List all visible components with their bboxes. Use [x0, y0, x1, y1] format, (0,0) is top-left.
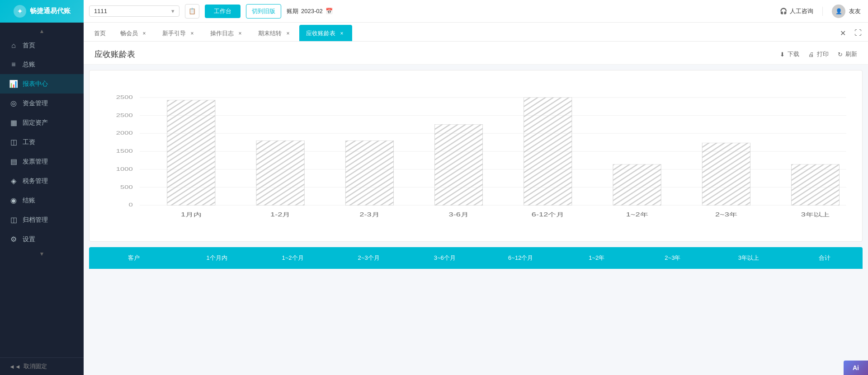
chart-svg: 0 500 1000 1500 2000 2500 2500: [99, 80, 853, 232]
content-area: 首页 畅会员 × 新手引导 × 操作日志 × 期末结转 × 应收账龄表 ×: [84, 23, 868, 375]
sidebar-item-invoices[interactable]: ▤ 发票管理: [0, 152, 84, 171]
table-header-9: 合计: [787, 254, 863, 262]
tab-oplog-close[interactable]: ×: [236, 30, 244, 37]
company-name: 1111: [94, 8, 107, 14]
headset-icon: 🎧: [780, 8, 787, 14]
calendar-icon-btn[interactable]: 📋: [185, 4, 199, 19]
svg-text:3年以上: 3年以上: [801, 211, 830, 217]
table-header-6: 1~2年: [559, 254, 635, 262]
tab-ar-aging[interactable]: 应收账龄表 ×: [299, 25, 352, 41]
chevron-down-icon: ▾: [171, 8, 175, 14]
sidebar-item-reports[interactable]: 📊 报表中心: [0, 74, 84, 94]
tab-guide-close[interactable]: ×: [189, 30, 196, 37]
table-header-1: 1个月内: [179, 254, 255, 262]
refresh-button[interactable]: ↻ 刷新: [838, 50, 857, 58]
sidebar-item-tax-label: 税务管理: [23, 177, 48, 185]
tab-member-close[interactable]: ×: [141, 30, 148, 37]
tab-close-all-button[interactable]: ✕: [836, 27, 849, 39]
tab-home[interactable]: 首页: [87, 25, 113, 41]
tab-guide[interactable]: 新手引导 ×: [156, 25, 203, 41]
sidebar-item-assets-label: 固定资产: [23, 119, 48, 127]
bar-3年以上: [791, 164, 839, 205]
page-content: 应收账龄表 ⬇ 下载 🖨 打印 ↻ 刷新: [84, 42, 868, 375]
sidebar-item-ledger[interactable]: ≡ 总账: [0, 55, 84, 74]
sidebar-scroll-up[interactable]: ▲: [0, 26, 84, 36]
svg-text:2000: 2000: [116, 130, 133, 136]
tab-member-label: 畅会员: [120, 29, 138, 38]
ai-badge[interactable]: Ai: [844, 361, 868, 375]
sidebar-item-payroll[interactable]: ◫ 工资: [0, 132, 84, 152]
cancel-fixed-label: 取消固定: [24, 362, 47, 370]
sidebar-scroll-down[interactable]: ▼: [0, 249, 84, 259]
tab-oplog-label: 操作日志: [210, 29, 234, 38]
period-area: 账期 2023-02 📅: [287, 7, 333, 15]
svg-text:1月内: 1月内: [181, 211, 202, 217]
sidebar-item-archive[interactable]: ◫ 归档管理: [0, 210, 84, 230]
page-title: 应收账龄表: [94, 49, 135, 60]
sidebar-item-home[interactable]: ⌂ 首页: [0, 36, 84, 55]
tab-expand-button[interactable]: ⛶: [852, 27, 864, 39]
sidebar-item-closing-label: 结账: [23, 197, 35, 205]
sidebar-item-closing[interactable]: ◉ 结账: [0, 191, 84, 210]
print-button[interactable]: 🖨 打印: [808, 50, 829, 58]
table-header-2: 1~2个月: [255, 254, 331, 262]
tab-ar-aging-close[interactable]: ×: [338, 30, 345, 37]
cancel-fixed-button[interactable]: ◄◄ 取消固定: [0, 358, 84, 375]
svg-text:2500: 2500: [116, 112, 133, 117]
payroll-icon: ◫: [9, 138, 18, 146]
tab-bar: 首页 畅会员 × 新手引导 × 操作日志 × 期末结转 × 应收账龄表 ×: [84, 23, 868, 42]
support-area[interactable]: 🎧 人工咨询: [780, 7, 813, 15]
sidebar-item-invoices-label: 发票管理: [23, 158, 48, 166]
svg-text:1~2年: 1~2年: [626, 211, 648, 217]
download-button[interactable]: ⬇ 下载: [780, 50, 799, 58]
svg-text:0: 0: [129, 202, 133, 207]
table-header-4: 3~6个月: [407, 254, 483, 262]
tax-icon: ◈: [9, 177, 18, 185]
bar-2-3年: [702, 143, 750, 205]
print-icon: 🖨: [808, 51, 814, 58]
invoices-icon: ▤: [9, 157, 18, 166]
period-value: 2023-02: [301, 8, 323, 14]
sidebar-item-payroll-label: 工资: [23, 138, 35, 146]
bar-1-2月: [256, 141, 304, 205]
bar-1-2年: [613, 164, 661, 205]
sidebar-item-settings-label: 设置: [23, 235, 35, 244]
refresh-icon: ↻: [838, 51, 843, 58]
svg-text:6-12个月: 6-12个月: [532, 211, 564, 217]
table-header-7: 2~3年: [635, 254, 711, 262]
sidebar-item-funds[interactable]: ◎ 资金管理: [0, 94, 84, 113]
sidebar-item-reports-label: 报表中心: [23, 80, 48, 88]
tab-oplog[interactable]: 操作日志 ×: [203, 25, 250, 41]
svg-text:2500: 2500: [116, 94, 133, 100]
period-label: 账期: [287, 7, 298, 15]
sidebar-item-funds-label: 资金管理: [23, 99, 48, 108]
header-right: 🎧 人工咨询 👤 友友: [780, 5, 861, 18]
tab-period-end-close[interactable]: ×: [284, 30, 292, 37]
switch-version-button[interactable]: 切到旧版: [246, 4, 281, 19]
svg-text:1500: 1500: [116, 148, 133, 154]
calendar-icon: 📋: [189, 8, 196, 14]
ledger-icon: ≡: [9, 61, 18, 69]
tab-period-end[interactable]: 期末结转 ×: [251, 25, 298, 41]
svg-text:1000: 1000: [116, 166, 133, 172]
table-footer: 客户1个月内1~2个月2~3个月3~6个月6~12个月1~2年2~3年3年以上合…: [89, 247, 863, 269]
sidebar-item-archive-label: 归档管理: [23, 216, 48, 224]
sidebar-item-settings[interactable]: ⚙ 设置: [0, 230, 84, 249]
svg-text:2~3年: 2~3年: [715, 211, 737, 217]
top-header: ✦ 畅捷通易代账 1111 ▾ 📋 工作台 切到旧版 账期 2023-02 📅 …: [0, 0, 868, 23]
user-area[interactable]: 👤 友友: [832, 5, 861, 18]
table-header-3: 2~3个月: [331, 254, 407, 262]
download-label: 下载: [788, 50, 799, 58]
avatar: 👤: [832, 5, 845, 18]
funds-icon: ◎: [9, 99, 18, 108]
cancel-fixed-icon: ◄◄: [9, 363, 21, 370]
logo-text: 畅捷通易代账: [30, 7, 71, 15]
company-selector[interactable]: 1111 ▾: [89, 5, 179, 17]
chart-area: 0 500 1000 1500 2000 2500 2500: [99, 80, 853, 232]
workbench-button[interactable]: 工作台: [205, 5, 241, 18]
sidebar-item-tax[interactable]: ◈ 税务管理: [0, 171, 84, 191]
tab-home-label: 首页: [94, 29, 106, 38]
tab-member[interactable]: 畅会员 ×: [113, 25, 155, 41]
page-actions: ⬇ 下载 🖨 打印 ↻ 刷新: [780, 50, 857, 58]
sidebar-item-assets[interactable]: ▦ 固定资产: [0, 113, 84, 132]
